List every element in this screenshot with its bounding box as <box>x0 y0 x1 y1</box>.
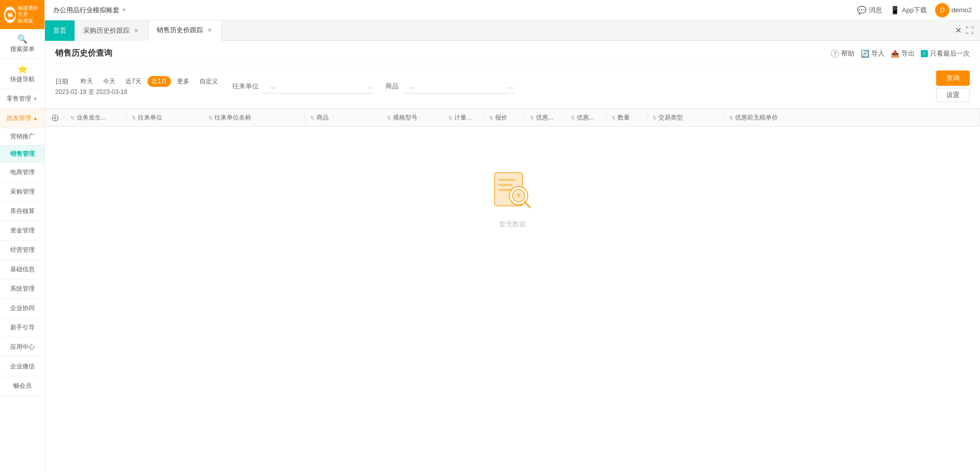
sidebar-item-sales-mgmt[interactable]: 销售管理 <box>0 146 44 163</box>
date-range-display: 2023-02-18 至 2023-03-18 <box>55 88 222 97</box>
date-option-last7[interactable]: 近7天 <box>121 76 145 87</box>
tab-bar: 首页 采购历史价跟踪 ✕ 销售历史价跟踪 ✕ ✕ ⛶ <box>45 20 980 41</box>
query-button[interactable]: 查询 <box>936 70 970 86</box>
page-title: 销售历史价查询 <box>55 48 112 59</box>
goods-input[interactable] <box>405 80 501 92</box>
account-dropdown[interactable]: 办公用品行业模拟账套 ▼ <box>53 6 127 15</box>
th-partner-code[interactable]: ⇅ 往来单位 <box>127 109 203 126</box>
sidebar-item-quick-nav[interactable]: ⭐ 快捷导航 <box>0 59 44 89</box>
sidebar-item-search-menu[interactable]: 🔍 搜索菜单 <box>0 29 44 59</box>
help-button[interactable]: ? 帮助 <box>831 49 854 58</box>
app-download-button[interactable]: 📱 App下载 <box>890 6 927 15</box>
goods-filter-group: 商品 ... <box>385 79 515 93</box>
th-partner-name[interactable]: ⇅ 往来单位名称 <box>203 109 305 126</box>
sidebar-item-enterprise[interactable]: 企业协同 <box>0 299 44 318</box>
date-option-custom[interactable]: 自定义 <box>195 76 222 87</box>
settings-button[interactable]: 设置 <box>936 88 970 102</box>
avatar: D <box>935 3 949 17</box>
th-deal-type[interactable]: ⇅ 交易类型 <box>647 109 724 126</box>
logo-text: 畅捷通好生意 标准版 <box>18 5 40 24</box>
tab-home[interactable]: 首页 <box>45 20 75 41</box>
th-deal-type-sort-icon: ⇅ <box>652 115 656 121</box>
empty-icon: ? <box>487 168 538 214</box>
sidebar-item-retail-mgmt[interactable]: 零售管理 ▼ <box>0 89 44 109</box>
empty-text: 暂无数据 <box>499 220 526 229</box>
wholesale-arrow-icon: ▲ <box>33 115 38 121</box>
top-header: 办公用品行业模拟账套 ▼ 💬 消息 📱 App下载 D demo2 <box>45 0 980 20</box>
sidebar-item-newbie[interactable]: 新手引导 <box>0 318 44 338</box>
th-unit[interactable]: ⇅ 计量... <box>443 109 484 126</box>
svg-line-14 <box>525 202 530 207</box>
filter-bar: 日期 昨天 今天 近7天 近1月 更多 自定义 2023-02-18 至 202… <box>45 64 980 109</box>
sidebar-item-finance[interactable]: 资金管理 <box>0 221 44 241</box>
date-option-today[interactable]: 今天 <box>99 76 119 87</box>
filter-inputs-row: 往来单位 ... 商品 ... <box>232 79 926 93</box>
sidebar-item-marketing[interactable]: 营销推广 <box>0 128 44 146</box>
sidebar-item-basic-info[interactable]: 基础信息 <box>0 260 44 279</box>
import-icon: 🔄 <box>861 50 869 58</box>
content-area: 销售历史价查询 ? 帮助 🔄 导入 📤 导出 ✓ <box>45 41 980 472</box>
tab-expand-button[interactable]: ⛶ <box>966 26 974 35</box>
date-option-last1m[interactable]: 近1月 <box>148 76 172 87</box>
partner-filter-label: 往来单位 <box>232 82 259 91</box>
date-options-row: 日期 昨天 今天 近7天 近1月 更多 自定义 <box>55 76 222 87</box>
sidebar-item-enterprise-wechat[interactable]: 企业微信 <box>0 357 44 376</box>
svg-text:畅: 畅 <box>8 12 13 18</box>
main-area: 办公用品行业模拟账套 ▼ 💬 消息 📱 App下载 D demo2 首页 <box>45 0 980 472</box>
th-quote[interactable]: ⇅ 报价 <box>484 109 525 126</box>
sidebar-item-ecommerce[interactable]: 电商管理 <box>0 163 44 182</box>
th-partner-code-sort-icon: ⇅ <box>132 115 136 121</box>
quick-nav-icon: ⭐ <box>17 64 28 74</box>
export-button[interactable]: 📤 导出 <box>891 49 915 58</box>
th-quote-sort-icon: ⇅ <box>489 115 493 121</box>
tab-sales-history[interactable]: 销售历史价跟踪 ✕ <box>149 20 222 41</box>
th-biz-date[interactable]: ⇅ 业务发生... <box>65 109 127 126</box>
th-biz-date-sort-icon: ⇅ <box>70 115 75 121</box>
help-icon: ? <box>831 50 839 58</box>
export-icon: 📤 <box>891 50 899 58</box>
th-qty-sort-icon: ⇅ <box>611 115 616 121</box>
th-spec[interactable]: ⇅ 规格型号 <box>382 109 443 126</box>
empty-state: ? 暂无数据 <box>45 127 980 270</box>
table-container: ⇅ 业务发生... ⇅ 往来单位 ⇅ 往来单位名称 ⇅ 商品 ⇅ 规格型号 <box>45 109 980 270</box>
sidebar-item-operations[interactable]: 经营管理 <box>0 241 44 260</box>
tab-purchase-history-close[interactable]: ✕ <box>133 26 140 35</box>
th-discount1[interactable]: ⇅ 优惠... <box>525 109 566 126</box>
user-avatar-area[interactable]: D demo2 <box>935 3 972 17</box>
message-button[interactable]: 💬 消息 <box>857 6 882 15</box>
only-last-checkbox[interactable]: ✓ 只看最后一次 <box>921 49 970 58</box>
th-settings[interactable] <box>45 110 65 126</box>
th-discount2[interactable]: ⇅ 优惠... <box>566 109 606 126</box>
import-button[interactable]: 🔄 导入 <box>861 49 885 58</box>
date-option-yesterday[interactable]: 昨天 <box>77 76 97 87</box>
date-filter-col: 日期 昨天 今天 近7天 近1月 更多 自定义 2023-02-18 至 202… <box>55 76 222 97</box>
tab-close-all-button[interactable]: ✕ <box>955 26 962 35</box>
tab-sales-history-close[interactable]: ✕ <box>206 26 213 35</box>
date-option-more[interactable]: 更多 <box>173 76 193 87</box>
svg-text:?: ? <box>517 192 521 200</box>
goods-dots-button[interactable]: ... <box>508 82 513 90</box>
partner-dots-button[interactable]: ... <box>368 82 374 90</box>
goods-input-container: ... <box>403 79 515 93</box>
sidebar: 畅 畅捷通好生意 标准版 🔍 搜索菜单 ⭐ 快捷导航 零售管理 ▼ 批发管理 ▲… <box>0 0 45 472</box>
th-partner-name-sort-icon: ⇅ <box>208 115 212 121</box>
message-icon: 💬 <box>857 6 867 15</box>
sidebar-item-inventory[interactable]: 库存核算 <box>0 202 44 221</box>
date-filter-label: 日期 <box>55 77 68 86</box>
sidebar-item-member[interactable]: 畅会员 <box>0 376 44 396</box>
date-options: 昨天 今天 近7天 近1月 更多 自定义 <box>77 76 222 87</box>
partner-input[interactable] <box>265 80 361 92</box>
th-goods[interactable]: ⇅ 商品 <box>305 109 382 126</box>
th-qty[interactable]: ⇅ 数量 <box>606 109 647 126</box>
sidebar-item-wholesale-mgmt[interactable]: 批发管理 ▲ <box>0 109 44 128</box>
logo-icon: 畅 <box>4 7 16 23</box>
dropdown-arrow-icon: ▼ <box>121 7 127 13</box>
header-left: 办公用品行业模拟账套 ▼ <box>53 6 127 15</box>
page-title-bar: 销售历史价查询 ? 帮助 🔄 导入 📤 导出 ✓ <box>45 41 980 64</box>
th-spec-sort-icon: ⇅ <box>387 115 391 121</box>
sidebar-item-purchase-mgmt[interactable]: 采购管理 <box>0 182 44 202</box>
sidebar-item-system[interactable]: 系统管理 <box>0 279 44 299</box>
tab-purchase-history[interactable]: 采购历史价跟踪 ✕ <box>75 20 149 41</box>
sidebar-item-app-center[interactable]: 应用中心 <box>0 338 44 357</box>
th-pretax-price[interactable]: ⇅ 优惠前无税单价 <box>724 109 980 126</box>
